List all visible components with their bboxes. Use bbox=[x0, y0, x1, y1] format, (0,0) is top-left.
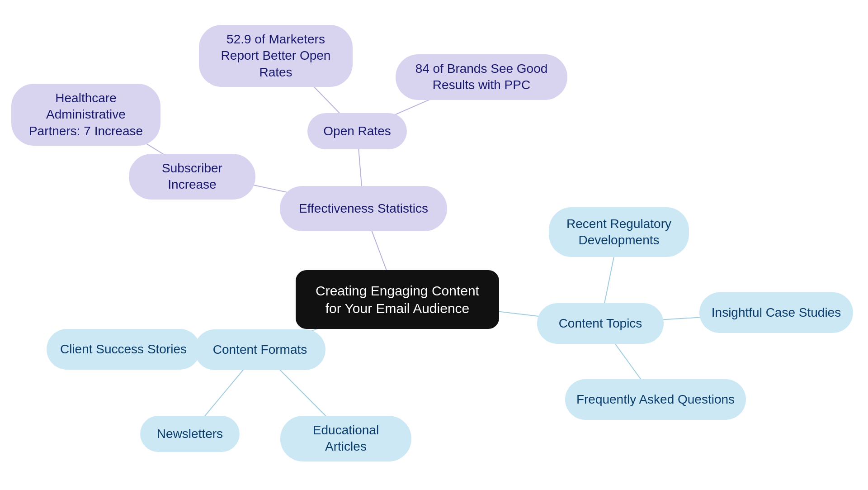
node-effectivenessStatistics[interactable]: Effectiveness Statistics bbox=[280, 186, 447, 231]
node-frequentlyAsked[interactable]: Frequently Asked Questions bbox=[565, 379, 746, 420]
mindmap-canvas: Creating Engaging Content for Your Email… bbox=[0, 0, 868, 490]
node-center[interactable]: Creating Engaging Content for Your Email… bbox=[296, 270, 499, 329]
node-healthcareAdmin[interactable]: Healthcare Administrative Partners: 7 In… bbox=[11, 84, 160, 146]
node-contentFormats[interactable]: Content Formats bbox=[194, 329, 326, 370]
node-newsletters[interactable]: Newsletters bbox=[140, 416, 240, 452]
node-educationalArticles[interactable]: Educational Articles bbox=[280, 416, 411, 461]
node-contentTopics[interactable]: Content Topics bbox=[537, 303, 664, 344]
node-recentRegulatory[interactable]: Recent Regulatory Developments bbox=[549, 207, 689, 257]
node-insightfulCase[interactable]: Insightful Case Studies bbox=[699, 292, 853, 333]
node-openRates[interactable]: Open Rates bbox=[307, 113, 407, 149]
node-clientSuccess[interactable]: Client Success Stories bbox=[47, 329, 200, 370]
node-stat1[interactable]: 52.9 of Marketers Report Better Open Rat… bbox=[199, 25, 353, 87]
node-subscriberIncrease[interactable]: Subscriber Increase bbox=[129, 154, 255, 200]
node-stat2[interactable]: 84 of Brands See Good Results with PPC bbox=[396, 54, 567, 100]
